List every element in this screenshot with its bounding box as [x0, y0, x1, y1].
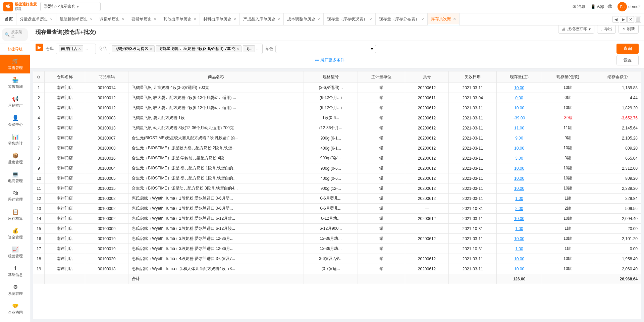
row-qty-main[interactable]: 10.00 — [497, 183, 542, 194]
row-qty-main[interactable]: 10.00 — [497, 173, 542, 183]
export-btn[interactable]: ↓ 导出 — [597, 25, 616, 34]
row-qty-main[interactable]: 10.00 — [497, 254, 542, 264]
tab-home[interactable]: 首页 — [1, 13, 16, 25]
color-input[interactable]: ▾ — [275, 45, 376, 53]
tab-close-8[interactable]: ✕ — [317, 17, 320, 21]
tab-close-3[interactable]: ✕ — [122, 17, 124, 21]
user-avatar-area[interactable]: Ea demo2 — [618, 2, 641, 11]
row-warehouse: 南岸门店 — [45, 93, 85, 103]
sidebar-item-ecommerce[interactable]: 💻 电商管理 — [0, 168, 30, 186]
sidebar-item-wholesale[interactable]: 📦 批发管理 — [0, 149, 30, 168]
product-input[interactable]: 飞鹤奶粉3段两提装 ✕ 飞鹤星飞帆 儿童奶粉 4段(3-6岁适用) 700克 ✕… — [109, 44, 263, 54]
row-no: 15 — [33, 224, 45, 234]
tab-10[interactable]: 现存量（库存分布表） ✕ — [376, 13, 428, 25]
total-empty-4 — [304, 274, 358, 284]
message-btn[interactable]: ✉ 消息 — [573, 4, 585, 9]
sidebar-item-marketing[interactable]: 📢 营销推广 — [0, 92, 30, 111]
tab-close-9[interactable]: ✕ — [369, 17, 372, 21]
tab-prev-btn[interactable]: ◀ — [612, 16, 619, 23]
sidebar-item-inventory[interactable]: 📋 库存核算 — [0, 205, 30, 224]
tab-1[interactable]: 分量盘点单历史 ✕ — [16, 13, 56, 25]
tab-close-7[interactable]: ✕ — [277, 17, 280, 21]
row-no: 17 — [33, 244, 45, 254]
row-qty-main[interactable]: 1.00 — [497, 244, 542, 254]
tab-3[interactable]: 调拨单历史 ✕ — [96, 13, 128, 25]
row-qty-main[interactable]: 10.00 — [497, 264, 542, 274]
row-qty-main[interactable]: 10.00 — [497, 143, 542, 153]
refresh-btn[interactable]: ↻ 刷新 — [619, 25, 639, 34]
product-more[interactable]: ··· — [256, 47, 260, 51]
quick-nav: 快捷导航 — [0, 44, 30, 55]
setting-btn[interactable]: 设置 — [616, 55, 639, 65]
tab-8[interactable]: 成本调整单历史 ✕ — [284, 13, 324, 25]
sidebar-item-basic-info[interactable]: ℹ 基础信息 — [0, 262, 30, 280]
row-qty-main[interactable]: 11.00 — [497, 123, 542, 133]
sidebar-search-box[interactable]: 🔍 搜索菜单 — [2, 28, 28, 41]
query-btn[interactable]: 查询 — [616, 44, 639, 54]
row-qty-main[interactable]: 10.00 — [497, 214, 542, 224]
row-code: 00100014 — [85, 83, 128, 93]
row-qty-main[interactable]: 10.00 — [497, 163, 542, 173]
tab-close-4[interactable]: ✕ — [154, 17, 156, 21]
row-unit: 罐 — [358, 234, 405, 244]
tab-2[interactable]: 组装拆卸单历史 ✕ — [56, 13, 96, 25]
tab-maximize-btn[interactable]: ⬜ — [635, 16, 641, 23]
print-dropdown-icon: ▾ — [589, 27, 591, 32]
tab-close-2[interactable]: ✕ — [90, 17, 93, 21]
tab-close-6[interactable]: ✕ — [233, 17, 236, 21]
sidebar-item-mall[interactable]: 🏪 零售商城 — [0, 73, 30, 92]
warehouse-tag-close[interactable]: ✕ — [78, 47, 81, 51]
product-filter: 商品 飞鹤奶粉3段两提装 ✕ 飞鹤星飞帆 儿童奶粉 4段(3-6岁适用) 700… — [99, 44, 263, 54]
row-qty-main[interactable]: 10.00 — [497, 83, 542, 93]
color-dropdown-icon: ▾ — [371, 47, 373, 51]
sidebar-search[interactable]: 🔍 搜索菜单 — [0, 25, 30, 44]
tab-close-1[interactable]: ✕ — [50, 17, 53, 21]
tab-7[interactable]: 产成品入库单历史 ✕ — [240, 13, 284, 25]
row-qty-main[interactable]: 1.00 — [497, 194, 542, 204]
row-no: 18 — [33, 254, 45, 264]
row-qty-main[interactable]: 3.00 — [497, 153, 542, 163]
app-download-btn[interactable]: 📱 App下载 — [591, 4, 612, 9]
tab-9[interactable]: 现存量（库存状况表） ✕ — [324, 13, 376, 25]
tab-6[interactable]: 材料出库单历史 ✕ — [200, 13, 240, 25]
enterprise-selector[interactable]: 母婴行业演示账套 ▾ — [40, 2, 101, 11]
tab-11[interactable]: 库存批次账 ✕ — [428, 13, 460, 25]
column-settings-btn[interactable]: ⚙ — [37, 75, 41, 79]
expand-filter-btn[interactable]: ▶ — [36, 44, 43, 51]
row-qty-main[interactable]: 1.00 — [497, 224, 542, 234]
row-qty-main[interactable]: 10.00 — [497, 234, 542, 244]
sidebar-item-stats[interactable]: 📊 零售统计 — [0, 130, 30, 149]
data-table: ⚙ 仓库名称 商品编码 商品名称 规格型号 主计量单位 批号 失效日期 现存量(… — [33, 71, 641, 284]
row-name: 惠氏启赋（Wyeth illuma）2段奶粉 爱尔兰进口 6-12月较... — [128, 224, 304, 234]
expand-conditions-btn[interactable]: ▾▾ 展开更多条件 — [315, 57, 344, 63]
total-empty-3 — [85, 274, 128, 284]
warehouse-input[interactable]: 南岸门店 ✕ ··· — [56, 44, 96, 54]
tab-4[interactable]: 要货单历史 ✕ — [128, 13, 160, 25]
sidebar-item-finance[interactable]: 💰 资金管理 — [0, 224, 30, 243]
sidebar-item-guide[interactable]: 🎯 新手引导 — [0, 318, 30, 322]
tab-5[interactable]: 其他出库单历史 ✕ — [160, 13, 200, 25]
row-qty-main[interactable]: -39.00 — [497, 113, 542, 123]
tab-close-11[interactable]: ✕ — [453, 17, 456, 21]
sidebar-item-operations[interactable]: 📈 经营管理 — [0, 243, 30, 262]
col-qty-pkg: 现存量(包装) — [542, 71, 594, 83]
print-btn[interactable]: 🖨 按模板打印 ▾ — [558, 25, 594, 34]
product-tag-2-close[interactable]: ✕ — [236, 47, 239, 51]
row-code: 00100018 — [85, 264, 128, 274]
top-bar: 畅 畅捷通好生意 标题 母婴行业演示账套 ▾ ✉ 消息 📱 App下载 Ea d… — [0, 0, 644, 13]
product-tag-1-close[interactable]: ✕ — [150, 47, 152, 51]
tab-close-10[interactable]: ✕ — [421, 17, 424, 21]
row-qty-main[interactable]: 9.00 — [497, 133, 542, 143]
sidebar-item-purchase[interactable]: 🛍 采购管理 — [0, 186, 30, 205]
sidebar-item-member[interactable]: 👤 会员中心 — [0, 111, 30, 130]
row-qty-main[interactable]: 2.00 — [497, 204, 542, 214]
sidebar-item-enterprise[interactable]: 🤝 企业协同 — [0, 299, 30, 318]
row-qty-main[interactable]: 10.00 — [497, 103, 542, 113]
sidebar-item-system[interactable]: ⚙ 系统管理 — [0, 280, 30, 299]
sidebar-item-retail[interactable]: 🛒 零售管理 — [0, 55, 30, 73]
warehouse-more[interactable]: ··· — [85, 47, 88, 51]
tab-next-btn[interactable]: ▶ — [620, 16, 627, 23]
tab-close-all-btn[interactable]: ✕ — [627, 16, 634, 23]
tab-close-5[interactable]: ✕ — [194, 17, 196, 21]
row-qty-main[interactable]: 0.00 — [497, 93, 542, 103]
